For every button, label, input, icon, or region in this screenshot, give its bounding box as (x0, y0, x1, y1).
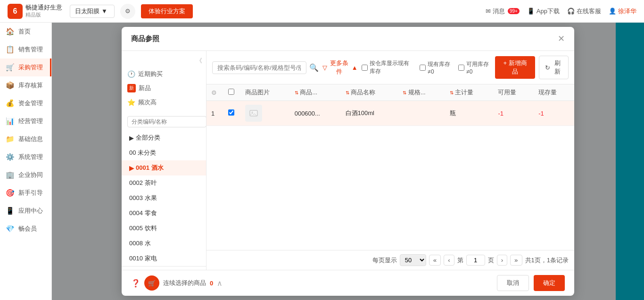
sidebar-item-member[interactable]: 💎 畅会员 (0, 220, 51, 238)
available-not-zero-checkbox-label[interactable]: 可用库存≠0 (458, 60, 491, 75)
category-c0004[interactable]: 0004 零食 (122, 206, 206, 221)
stock-not-zero-checkbox-label[interactable]: 现有库存≠0 (420, 60, 453, 75)
category-all[interactable]: ▶ 全部分类 (122, 130, 206, 145)
user-icon: 👤 (609, 8, 616, 15)
messages-btn[interactable]: ✉ 消息 99+ (486, 7, 520, 16)
col-code[interactable]: ⇅ 商品... (290, 84, 341, 101)
logo-area: 6 畅捷通好生意 精品版 (8, 4, 62, 19)
member-icon: 💎 (6, 225, 15, 233)
product-search-icon[interactable]: 🔍 (309, 63, 319, 72)
sidebar-label: 企业协同 (18, 171, 43, 179)
modal-close-button[interactable]: ✕ (558, 33, 565, 44)
recent-purchase-item[interactable]: 🕐 近期购买 (122, 67, 206, 81)
sidebar-item-purchase[interactable]: 🛒 采购管理 (0, 58, 51, 76)
table-row[interactable]: 1 (206, 101, 574, 126)
row-spec (398, 101, 445, 126)
collapse-panel-button[interactable]: 《 (122, 55, 206, 67)
page-size-select[interactable]: 50 10 20 100 (400, 254, 426, 266)
product-search-input[interactable] (212, 61, 306, 74)
headset-icon: 🎧 (567, 8, 575, 15)
col-check[interactable] (223, 84, 240, 101)
sidebar-item-inventory[interactable]: 📦 库存核算 (0, 76, 51, 94)
show-disabled-row: 显示停用 (122, 266, 206, 270)
new-icon: 新 (127, 84, 136, 92)
refresh-button[interactable]: ↻ 刷新 (539, 56, 569, 79)
online-service-btn[interactable]: 🎧 在线客服 (567, 7, 601, 16)
trial-button[interactable]: 体验行业方案 (141, 4, 193, 18)
row-check[interactable] (223, 101, 240, 126)
message-badge: 99+ (508, 8, 520, 14)
col-settings[interactable]: ⚙ (206, 84, 223, 101)
row-no: 1 (206, 101, 223, 126)
product-thumbnail (245, 105, 262, 122)
row-available: -1 (493, 101, 534, 126)
col-spec[interactable]: ⇅ 规格... (398, 84, 445, 101)
col-name[interactable]: ⇅ 商品名称 (341, 84, 398, 101)
store-selector[interactable]: 日太阳膜 ▼ (70, 5, 115, 18)
filter-icon: ▽ (322, 64, 327, 71)
logo-line1: 畅捷通好生意 (25, 4, 62, 12)
category-c0008[interactable]: 0008 水 (122, 236, 206, 251)
stock-not-zero-checkbox[interactable] (420, 65, 426, 71)
sort-icon: ⇅ (403, 90, 406, 95)
prev-page-btn[interactable]: ‹ (444, 255, 454, 266)
sidebar-label: 销售管理 (18, 45, 43, 54)
sidebar-item-operations[interactable]: 📊 经营管理 (0, 112, 51, 130)
first-page-btn[interactable]: « (429, 255, 441, 266)
confirm-button[interactable]: 确定 (534, 275, 565, 291)
sidebar-item-apps[interactable]: 📱 应用中心 (0, 202, 51, 220)
select-all-checkbox[interactable] (228, 89, 234, 95)
sidebar-item-newbie[interactable]: 🎯 新手引导 (0, 184, 51, 202)
system-icon: ⚙️ (6, 153, 15, 161)
category-search-input[interactable] (127, 116, 206, 127)
category-c0005[interactable]: 0005 饮料 (122, 221, 206, 236)
row-image (240, 101, 290, 126)
sidebar-label: 经营管理 (18, 117, 43, 125)
footer-collapse-button[interactable]: ∧ (217, 279, 223, 288)
category-c00[interactable]: 00 未分类 (122, 145, 206, 160)
pagination-bar: 每页显示 50 10 20 100 « ‹ 第 页 (206, 250, 574, 270)
frequent-item[interactable]: ⭐ 频次高 (122, 95, 206, 109)
page-number-input[interactable] (466, 255, 485, 266)
right-panel: 🔍 ▽ 更多条件 ▲ 按仓库显示现有库存 (206, 51, 574, 270)
sidebar-item-enterprise[interactable]: 🏢 企业协同 (0, 166, 51, 184)
category-c0002[interactable]: 0002 茶叶 (122, 175, 206, 191)
sidebar-label: 应用中心 (18, 207, 43, 215)
row-unit: 瓶 (445, 101, 494, 126)
category-c0003[interactable]: 0003 水果 (122, 191, 206, 206)
help-icon[interactable]: ❓ (131, 279, 140, 288)
content-area: 商品参照 ✕ 《 🕐 近期购买 新 新品 (52, 23, 644, 300)
new-product-item[interactable]: 新 新品 (122, 81, 206, 95)
row-checkbox[interactable] (228, 109, 234, 116)
next-page-btn[interactable]: › (497, 255, 507, 266)
cancel-button[interactable]: 取消 (497, 275, 529, 291)
star-icon: ⭐ (127, 99, 135, 106)
app-download-btn[interactable]: 📱 App下载 (527, 7, 560, 16)
col-unit[interactable]: ⇅ 主计量 (445, 84, 494, 101)
arrow-icon: ▶ (129, 134, 134, 142)
cart-button[interactable]: 🛒 (144, 275, 159, 291)
category-c0001[interactable]: ▶ 0001 酒水 (122, 160, 206, 175)
sidebar-item-sales[interactable]: 📋 销售管理 (0, 41, 51, 58)
by-warehouse-checkbox-label[interactable]: 按仓库显示现有库存 (362, 59, 414, 75)
add-product-button[interactable]: + 新增商品 (495, 56, 535, 79)
sidebar-item-home[interactable]: 🏠 首页 (0, 23, 51, 41)
col-available: 可用量 (493, 84, 534, 101)
user-menu[interactable]: 👤 徐泽华 (609, 7, 636, 16)
by-warehouse-checkbox[interactable] (362, 65, 368, 71)
sales-icon: 📋 (6, 45, 15, 54)
newbie-icon: 🎯 (6, 189, 15, 197)
available-not-zero-checkbox[interactable] (458, 65, 464, 71)
sidebar-label: 首页 (18, 27, 31, 36)
category-c0010[interactable]: 0010 家电 (122, 251, 206, 266)
settings-btn[interactable]: ⚙ (120, 4, 135, 19)
home-icon: 🏠 (6, 27, 15, 36)
sidebar-item-finance[interactable]: 💰 资金管理 (0, 94, 51, 112)
sidebar-item-system[interactable]: ⚙️ 系统管理 (0, 148, 51, 166)
more-filters-button[interactable]: ▽ 更多条件 ▲ (322, 59, 358, 76)
last-page-btn[interactable]: » (510, 255, 522, 266)
sidebar-item-basic[interactable]: 📁 基础信息 (0, 130, 51, 148)
basic-icon: 📁 (6, 135, 15, 143)
column-settings-icon[interactable]: ⚙ (211, 89, 217, 96)
enterprise-icon: 🏢 (6, 171, 15, 179)
